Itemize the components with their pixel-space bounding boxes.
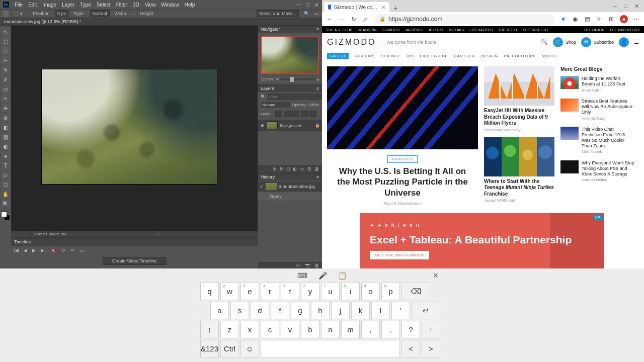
panel-menu-icon[interactable]: ≡ [316, 27, 319, 32]
menu-view[interactable]: View [145, 2, 156, 8]
tl-split-icon[interactable]: ✂ [70, 248, 74, 253]
tool-11[interactable]: ▤ [2, 133, 10, 141]
forward-icon[interactable]: → [338, 16, 345, 23]
back-icon[interactable]: ← [326, 16, 333, 23]
key-↑[interactable]: ↑ [200, 321, 219, 338]
key-space[interactable] [261, 340, 400, 357]
tool-3[interactable]: ✂ [2, 56, 10, 64]
layer-row[interactable]: ◉ Background 🔒 [258, 120, 322, 131]
network-link[interactable]: THE TAKEOUT [523, 28, 549, 32]
tool-12[interactable]: ◐ [2, 142, 10, 150]
layer-mask-icon[interactable]: ◻ [286, 166, 290, 171]
zoom-in-icon[interactable]: ▴ [317, 77, 319, 81]
sidebar-item-title[interactable]: Why Everyone Won't Stop Talking About PS… [582, 160, 634, 176]
hero-title[interactable]: Why the U.S. Is Betting It All on the Mo… [332, 166, 473, 198]
key-j[interactable]: j [331, 302, 350, 319]
menu-3d[interactable]: 3D [133, 2, 139, 8]
collections-icon[interactable]: ⊞ [608, 16, 615, 23]
browser-tab[interactable]: Gizmodo | We come from the f… ✕ [324, 2, 389, 12]
close-button[interactable]: ✕ [314, 2, 319, 7]
tool-7[interactable]: ⌖ [2, 95, 10, 103]
workspace-icon[interactable]: ▭ [314, 11, 319, 16]
network-link[interactable]: THE INVENTORY [610, 28, 640, 32]
article-author[interactable]: James Whitbrook [484, 198, 554, 203]
key-g[interactable]: g [291, 302, 309, 319]
panel-menu-icon[interactable]: ≡ [316, 86, 319, 91]
tl-prev-icon[interactable]: ◀ [24, 248, 27, 253]
nav-earther[interactable]: EARTHER [454, 54, 475, 58]
key-m[interactable]: m [341, 321, 360, 338]
tl-transition-icon[interactable]: ▭ [79, 248, 84, 253]
article-author[interactable]: Shoshana Wodinsky [484, 128, 554, 132]
tool-15[interactable]: ▷ [2, 171, 10, 179]
tool-16[interactable]: ⬡ [2, 180, 10, 189]
close-button[interactable]: ✕ [634, 3, 639, 10]
hero-article[interactable]: PHYSICS Why the U.S. Is Betting It All o… [327, 66, 478, 206]
tool-2[interactable]: ◌ [2, 47, 10, 55]
network-link[interactable]: DEADSPIN [358, 28, 377, 32]
color-swatch[interactable] [1, 211, 10, 220]
microphone-icon[interactable]: 🎤 [318, 272, 327, 280]
delete-layer-icon[interactable]: 🗑 [314, 166, 319, 171]
tool-0[interactable]: ↖ [2, 28, 10, 36]
minimize-button[interactable]: ─ [613, 3, 617, 10]
key-f[interactable]: f [271, 302, 289, 319]
nav-design[interactable]: DESIGN [481, 54, 498, 58]
key->[interactable]: > [422, 340, 440, 357]
key-s[interactable]: s [230, 302, 249, 319]
layer-filter-input[interactable] [268, 94, 324, 100]
navigator-thumbnail[interactable] [261, 36, 319, 74]
tool-8[interactable]: ✢ [2, 104, 10, 112]
network-link[interactable]: GIZMODO [382, 28, 400, 32]
zoom-slider[interactable] [280, 78, 315, 80]
key-,[interactable]: , [361, 321, 380, 338]
ad-tag[interactable]: ▷✕ [594, 215, 602, 220]
key-p[interactable]: 0p [381, 283, 400, 300]
sidebar-item-author[interactable]: Matt Novak [582, 149, 635, 154]
key-v[interactable]: v [281, 321, 299, 338]
menu-type[interactable]: Type [80, 2, 91, 8]
key-e[interactable]: 3e [240, 283, 259, 300]
sidebar-item-author[interactable]: Brian Kahn [582, 88, 635, 93]
nav-science[interactable]: SCIENCE [381, 54, 400, 58]
key-↑[interactable]: ↑ [422, 321, 440, 338]
lock-all-icon[interactable] [309, 111, 316, 117]
tool-18[interactable]: 🔍 [2, 200, 10, 208]
tool-4[interactable]: ✎ [2, 66, 10, 74]
delete-state-icon[interactable]: 🗑 [314, 263, 319, 268]
network-link[interactable]: JALOPNIK [405, 28, 423, 32]
menu-layer[interactable]: Layer [62, 2, 74, 8]
ext2-icon[interactable]: ▤ [584, 16, 591, 23]
key-y[interactable]: 6y [301, 283, 319, 300]
key-l[interactable]: l [371, 302, 390, 319]
select-and-mask-button[interactable]: Select and Mask... [257, 10, 299, 17]
key-q[interactable]: 1q [200, 283, 219, 300]
network-link[interactable]: THE ROOT [498, 28, 518, 32]
sidebar-item[interactable]: Why Everyone Won't Stop Talking About PS… [560, 160, 635, 183]
key-'[interactable]: ' [391, 302, 410, 319]
refresh-icon[interactable]: ↻ [350, 16, 357, 23]
menu-edit[interactable]: Edit [28, 2, 37, 8]
key-d[interactable]: d [251, 302, 269, 319]
lock-icon[interactable]: 🔒 [315, 123, 320, 128]
profile-icon[interactable]: ● [620, 15, 628, 23]
canvas-area[interactable]: Doc: 51.9M/51.9M〉 Timeline |◀ ◀ ▶ ▶| 🔇 ↻… [11, 26, 258, 268]
nav-paleofuture[interactable]: PALEOFUTURE [504, 54, 536, 58]
key-b[interactable]: b [301, 321, 319, 338]
menu-image[interactable]: Image [42, 2, 56, 8]
site-logo[interactable]: GIZMODO [327, 38, 376, 47]
search-icon[interactable]: 🔍 [304, 11, 309, 16]
key-n[interactable]: n [321, 321, 340, 338]
nav-reviews[interactable]: REVIEWS [355, 54, 375, 58]
key-.[interactable]: . [381, 321, 400, 338]
article-card[interactable]: EasyJet Hit With Massive Breach Exposing… [484, 66, 554, 132]
tl-loop-icon[interactable]: ↻ [61, 248, 65, 253]
document-tab[interactable]: mountain-view.jpg @ 12.6% (RGB/8) * [0, 18, 322, 26]
menu-window[interactable]: Window [161, 2, 179, 8]
keyboard-close-icon[interactable]: ✕ [433, 272, 439, 280]
user-icon[interactable]: 👤 [619, 37, 629, 47]
key-c[interactable]: c [261, 321, 279, 338]
key-o[interactable]: 9o [361, 283, 380, 300]
layer-name[interactable]: Background [280, 123, 301, 128]
key-↵[interactable]: ↵ [412, 302, 440, 319]
